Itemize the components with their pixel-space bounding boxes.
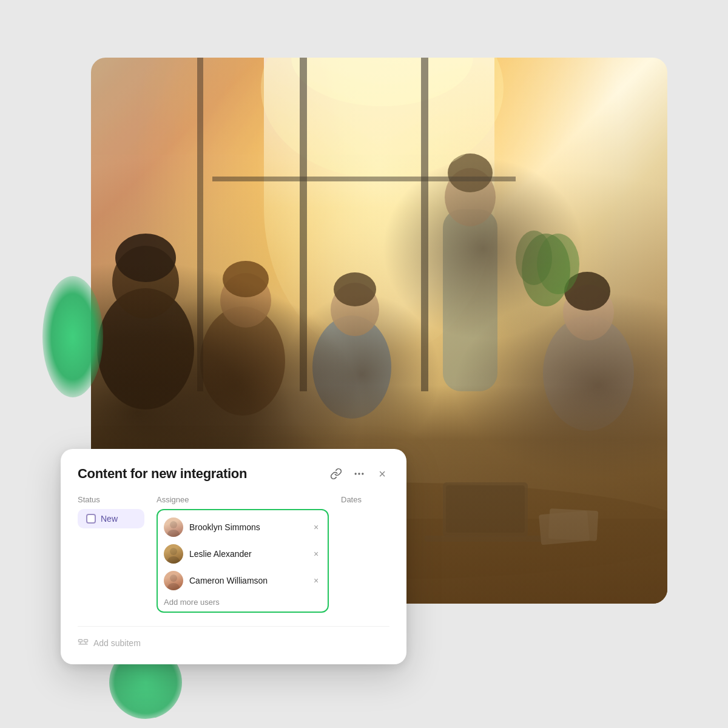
svg-point-14 <box>543 315 634 431</box>
green-blob-left <box>42 276 103 397</box>
svg-point-22 <box>522 234 570 306</box>
link-icon[interactable] <box>329 467 343 481</box>
remove-brooklyn-button[interactable]: × <box>311 522 322 533</box>
status-value: New <box>101 514 118 524</box>
svg-point-33 <box>362 473 363 474</box>
svg-rect-11 <box>443 209 497 391</box>
avatar-brooklyn <box>164 517 183 537</box>
svg-point-3 <box>112 246 179 318</box>
dates-field: Dates <box>341 495 389 504</box>
svg-point-8 <box>312 315 391 419</box>
svg-point-13 <box>448 153 493 192</box>
status-badge[interactable]: New <box>78 509 144 528</box>
modal-header: Content for new integration × <box>78 466 389 482</box>
svg-point-23 <box>516 231 552 285</box>
window-light <box>264 58 494 358</box>
svg-rect-19 <box>425 536 546 542</box>
svg-point-5 <box>200 306 285 416</box>
more-icon[interactable] <box>352 467 366 481</box>
svg-rect-20 <box>539 511 590 545</box>
fields-row: Status New Assignee Brooklyn Simmons × <box>78 495 389 613</box>
assignee-item-cameron: Cameron Williamson × <box>164 567 322 594</box>
assignee-item-leslie: Leslie Alexander × <box>164 541 322 567</box>
modal-actions: × <box>329 467 389 481</box>
svg-point-12 <box>445 168 496 226</box>
svg-point-10 <box>334 272 376 306</box>
status-field: Status New <box>78 495 144 528</box>
svg-point-16 <box>564 272 610 311</box>
remove-leslie-button[interactable]: × <box>311 548 322 559</box>
modal-card: Content for new integration × <box>61 449 406 664</box>
svg-rect-21 <box>548 508 599 541</box>
svg-point-6 <box>220 273 271 328</box>
svg-point-31 <box>355 473 357 474</box>
add-more-users-button[interactable]: Add more users <box>164 594 322 608</box>
svg-point-2 <box>97 288 194 410</box>
svg-point-7 <box>223 261 269 297</box>
close-icon[interactable]: × <box>375 467 389 481</box>
avatar-leslie <box>164 544 183 564</box>
svg-point-32 <box>358 473 360 474</box>
assignee-name-cameron: Cameron Williamson <box>189 576 305 585</box>
assignee-item-brooklyn: Brooklyn Simmons × <box>164 514 322 541</box>
svg-rect-17 <box>443 482 528 537</box>
assignee-dropdown[interactable]: Brooklyn Simmons × Leslie Alexander × Ca… <box>157 509 329 613</box>
svg-point-25 <box>261 58 504 179</box>
subitem-icon <box>78 636 89 650</box>
assignee-name-leslie: Leslie Alexander <box>189 549 305 559</box>
add-subitem-row[interactable]: Add subitem <box>78 636 389 650</box>
status-label: Status <box>78 495 144 504</box>
avatar-cameron <box>164 571 183 590</box>
svg-point-15 <box>563 285 614 340</box>
svg-rect-18 <box>446 485 525 533</box>
assignee-name-brooklyn: Brooklyn Simmons <box>189 522 305 532</box>
svg-point-9 <box>331 283 379 336</box>
svg-point-4 <box>115 234 176 282</box>
svg-rect-34 <box>79 639 83 642</box>
svg-rect-35 <box>84 639 88 642</box>
remove-cameron-button[interactable]: × <box>311 575 322 586</box>
svg-point-24 <box>537 234 579 294</box>
scene-container: Content for new integration × <box>61 46 667 682</box>
divider <box>78 626 389 627</box>
add-subitem-label: Add subitem <box>93 638 141 648</box>
assignee-label: Assignee <box>157 495 329 504</box>
dates-label: Dates <box>341 495 389 504</box>
assignee-field: Assignee Brooklyn Simmons × Leslie Alexa… <box>157 495 329 613</box>
status-checkbox[interactable] <box>86 514 96 524</box>
svg-point-26 <box>291 58 473 106</box>
modal-title: Content for new integration <box>78 466 247 482</box>
